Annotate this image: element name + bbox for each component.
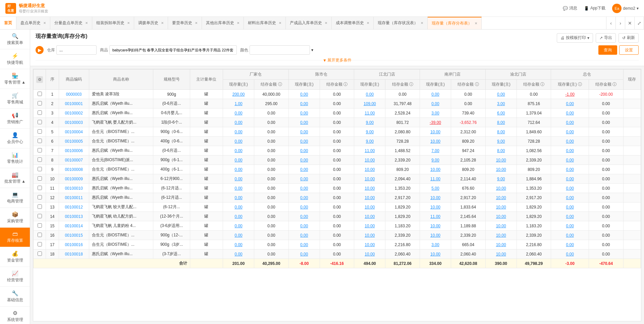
sidebar-item-marketing[interactable]: 📢 营销推广 xyxy=(0,109,30,129)
cell-checkbox[interactable] xyxy=(34,249,46,259)
sidebar-item-inventory[interactable]: 🗃 库存核算 xyxy=(0,228,30,247)
cell-jb-current[interactable]: 10.00 xyxy=(354,240,385,249)
sidebar-item-wholesale[interactable]: 🏭 批发管理 ▲ xyxy=(0,168,30,188)
cell-factory-current[interactable]: 1.00 xyxy=(223,99,254,108)
cell-cs-current[interactable]: 0.00 xyxy=(288,184,320,193)
cell-cs-current[interactable]: 0.00 xyxy=(288,118,320,127)
cell-factory-current[interactable]: 0.00 xyxy=(223,249,254,259)
cell-nb-current[interactable]: -39.00 xyxy=(420,118,451,127)
sidebar-item-nav[interactable]: ⚡ 快捷导航 xyxy=(0,49,30,69)
sidebar-item-basic[interactable]: 🔧 基础信息 xyxy=(0,287,30,307)
tab-close-5[interactable]: ✕ xyxy=(195,21,198,25)
cell-checkbox[interactable] xyxy=(34,137,46,146)
cell-yb-current[interactable]: 8.00 xyxy=(485,146,517,155)
cell-yb-current[interactable]: 6.00 xyxy=(485,108,517,118)
cell-total-current[interactable]: 0.00 xyxy=(551,212,589,221)
sidebar-item-online[interactable]: 🛒 零售商城 xyxy=(0,89,30,109)
cell-factory-current[interactable]: 200.00 xyxy=(223,90,254,99)
cell-yb-current[interactable]: 3.00 xyxy=(485,99,517,108)
cell-checkbox[interactable] xyxy=(34,127,46,137)
expand-more-btn[interactable]: ▼ 展开更多条件 xyxy=(323,57,352,63)
cell-total-current[interactable]: 0.00 xyxy=(551,118,589,127)
cell-yb-current[interactable]: 10.00 xyxy=(485,212,517,221)
cell-total-current[interactable]: 0.00 xyxy=(551,221,589,231)
cell-factory-current[interactable]: 0.00 xyxy=(223,231,254,240)
cell-factory-current[interactable]: 0.00 xyxy=(223,137,254,146)
tab-8[interactable]: 产成品入库单历史 ✕ xyxy=(286,17,332,30)
cell-total-current[interactable]: 0.00 xyxy=(551,249,589,259)
cell-yb-current[interactable]: 10.00 xyxy=(485,155,517,165)
cell-checkbox[interactable] xyxy=(34,118,46,127)
cell-cs-current[interactable]: 0.00 xyxy=(288,146,320,155)
message-btn[interactable]: 💬 消息 xyxy=(563,5,577,11)
cell-jb-current[interactable]: 10.00 xyxy=(354,184,385,193)
cell-factory-current[interactable]: 0.00 xyxy=(223,184,254,193)
cell-jb-current[interactable]: 10.00 xyxy=(354,212,385,221)
cell-factory-current[interactable]: 0.00 xyxy=(223,146,254,155)
cell-cs-current[interactable]: 0.00 xyxy=(288,90,320,99)
cell-total-current[interactable]: 0.00 xyxy=(551,137,589,146)
cell-total-current[interactable]: -1.00 xyxy=(551,90,589,99)
tab-4[interactable]: 调拨单历史 ✕ xyxy=(134,17,168,30)
cell-total-current[interactable]: 0.00 xyxy=(551,184,589,193)
cell-total-current[interactable]: 0.00 xyxy=(551,146,589,155)
cell-factory-current[interactable]: 0.00 xyxy=(223,193,254,202)
cell-jb-current[interactable]: 11.00 xyxy=(354,108,385,118)
tab-next-btn[interactable]: › xyxy=(616,17,625,30)
cell-jb-current[interactable]: 10.00 xyxy=(354,249,385,259)
cell-nb-current[interactable]: 7.00 xyxy=(420,146,451,155)
tab-close-2[interactable]: ✕ xyxy=(85,21,88,25)
cell-total-current[interactable]: 0.00 xyxy=(551,231,589,240)
cell-nb-current[interactable]: 11.00 xyxy=(420,174,451,184)
cell-cs-current[interactable]: 0.00 xyxy=(288,127,320,137)
cell-cs-current[interactable]: 0.00 xyxy=(288,137,320,146)
cell-yb-current[interactable]: 0.00 xyxy=(485,90,517,99)
tab-close-3[interactable]: ✕ xyxy=(127,21,130,25)
app-download-btn[interactable]: 📱 App下载 xyxy=(584,5,605,11)
cell-checkbox[interactable] xyxy=(34,90,46,99)
sidebar-item-search[interactable]: 🔍 搜索英单 xyxy=(0,30,30,49)
cell-checkbox[interactable] xyxy=(34,212,46,221)
cell-total-current[interactable]: 0.00 xyxy=(551,165,589,174)
tab-maximize-btn[interactable]: ⤢ xyxy=(635,17,644,30)
cell-checkbox[interactable] xyxy=(34,155,46,165)
cell-nb-current[interactable]: 10.00 xyxy=(420,127,451,137)
settings-btn[interactable]: 设置 xyxy=(619,45,639,55)
cell-nb-current[interactable]: 10.00 xyxy=(420,231,451,240)
tab-close-1[interactable]: ✕ xyxy=(43,21,46,25)
cell-jb-current[interactable]: 10.00 xyxy=(354,174,385,184)
cell-yb-current[interactable]: 8.00 xyxy=(485,127,517,137)
tab-prev-btn[interactable]: ‹ xyxy=(606,17,616,30)
cell-nb-current[interactable]: 3.00 xyxy=(420,108,451,118)
cell-checkbox[interactable] xyxy=(34,165,46,174)
cell-jb-current[interactable]: 10.00 xyxy=(354,155,385,165)
cell-checkbox[interactable] xyxy=(34,193,46,202)
sidebar-item-retail[interactable]: 🏪 零售管理 ▲ xyxy=(0,69,30,89)
cell-cs-current[interactable]: 0.00 xyxy=(288,202,320,212)
cell-total-current[interactable]: 0.00 xyxy=(551,127,589,137)
cell-nb-current[interactable]: 11.00 xyxy=(420,212,451,221)
tab-close-11[interactable]: ✕ xyxy=(475,21,477,25)
tab-7[interactable]: 材料出库单历史 ✕ xyxy=(244,17,286,30)
cell-nb-current[interactable]: 10.00 xyxy=(420,165,451,174)
cell-cs-current[interactable]: 0.00 xyxy=(288,249,320,259)
cell-factory-current[interactable]: 0.00 xyxy=(223,127,254,137)
cell-nb-current[interactable]: 5.00 xyxy=(420,184,451,193)
cell-jb-current[interactable]: 10.00 xyxy=(354,193,385,202)
cell-jb-current[interactable]: 0.00 xyxy=(354,90,385,99)
cell-yb-current[interactable]: 10.00 xyxy=(485,184,517,193)
cell-yb-current[interactable]: 10.00 xyxy=(485,240,517,249)
cell-cs-current[interactable]: 0.00 xyxy=(288,240,320,249)
tab-3[interactable]: 组装拆卸单历史 ✕ xyxy=(92,17,134,30)
cell-cs-current[interactable]: 0.00 xyxy=(288,174,320,184)
tab-10[interactable]: 现存量（库存状况表） ✕ xyxy=(374,17,428,30)
cell-yb-current[interactable]: 10.00 xyxy=(485,202,517,212)
cell-nb-current[interactable]: 10.00 xyxy=(420,221,451,231)
query-btn[interactable]: 查询 xyxy=(598,45,617,55)
cell-yb-current[interactable]: 9.00 xyxy=(485,137,517,146)
tab-11[interactable]: 现存量（库存分布表） ✕ xyxy=(428,17,482,30)
tab-close-10[interactable]: ✕ xyxy=(421,21,423,25)
cell-cs-current[interactable]: 0.00 xyxy=(288,165,320,174)
tab-close-9[interactable]: ✕ xyxy=(367,21,369,25)
tab-close-7[interactable]: ✕ xyxy=(279,21,281,25)
